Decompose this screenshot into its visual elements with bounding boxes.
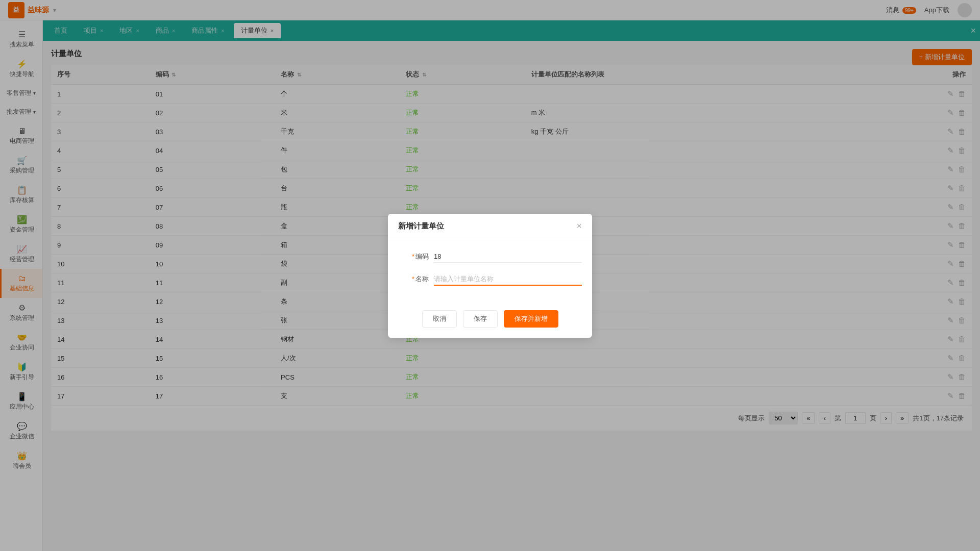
name-label: *名称 <box>398 274 429 284</box>
code-required-mark: * <box>412 253 414 260</box>
add-unit-modal: 新增计量单位 × *编码 *名称 取消 保存 保存并新增 <box>388 214 592 338</box>
save-and-new-button[interactable]: 保存并新增 <box>504 310 558 328</box>
modal-header: 新增计量单位 × <box>388 214 592 238</box>
name-form-row: *名称 <box>398 273 582 286</box>
modal-close-btn[interactable]: × <box>576 221 582 232</box>
code-label: *编码 <box>398 252 429 261</box>
name-required-mark: * <box>412 275 414 283</box>
code-input[interactable] <box>434 251 582 263</box>
modal-footer: 取消 保存 保存并新增 <box>388 304 592 338</box>
code-form-row: *编码 <box>398 251 582 263</box>
modal-overlay: 新增计量单位 × *编码 *名称 取消 保存 保存并新增 <box>0 0 980 551</box>
name-input[interactable] <box>434 273 582 286</box>
modal-title: 新增计量单位 <box>398 221 444 231</box>
cancel-button[interactable]: 取消 <box>422 310 457 328</box>
save-button[interactable]: 保存 <box>463 310 498 328</box>
modal-body: *编码 *名称 <box>388 238 592 304</box>
